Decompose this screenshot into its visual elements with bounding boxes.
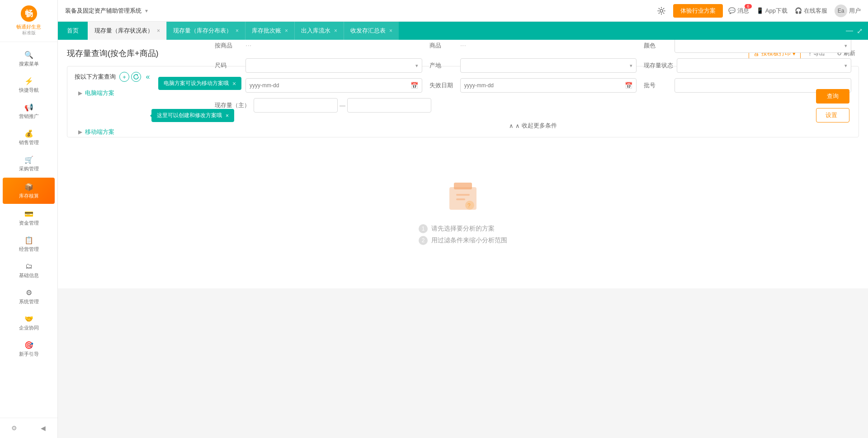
sidebar-item-guide[interactable]: 🎯 新手引导 xyxy=(0,336,57,362)
tooltip2-close-btn[interactable]: × xyxy=(226,113,229,119)
tab-close-icon[interactable]: × xyxy=(334,28,337,34)
tab-fullscreen-icon[interactable]: ⤢ xyxy=(857,27,863,35)
back-scheme-btn[interactable]: « xyxy=(143,72,153,82)
main-area: 装备及固定资产辅助管理系统 ▾ 体验行业方案 💬 消息 6 📱 App下载 🎧 … xyxy=(58,0,868,438)
svg-rect-4 xyxy=(454,183,472,189)
dropdown-arrow-icon: ▾ xyxy=(145,8,148,14)
gear-icon xyxy=(657,7,665,15)
sidebar-item-system[interactable]: ⚙ 系统管理 xyxy=(0,283,57,310)
color-select[interactable]: ▾ xyxy=(675,40,851,53)
tab-bar-actions: — ⤢ xyxy=(840,27,868,35)
sidebar-item-label: 快捷导航 xyxy=(19,87,39,94)
marketing-icon: 📢 xyxy=(24,103,33,112)
tab-stock-status-label: 现存量（库存状况表） xyxy=(94,27,153,35)
sidebar-item-purchase[interactable]: 🛒 采购管理 xyxy=(0,151,57,177)
origin-label: 产地 xyxy=(429,61,457,70)
message-btn[interactable]: 💬 消息 6 xyxy=(728,7,749,15)
warehouse-dots[interactable]: ··· xyxy=(245,42,251,50)
app-download-btn[interactable]: 📱 App下载 xyxy=(756,7,788,15)
goods-dots[interactable]: ··· xyxy=(460,42,466,50)
sidebar-item-label: 系统管理 xyxy=(19,298,39,305)
add-scheme-btn[interactable]: + xyxy=(119,72,129,82)
app-logo-icon: 畅 xyxy=(21,5,37,22)
right-action-col: 查询 设置 xyxy=(816,89,849,122)
empty-tip-1: 1 请先选择要分析的方案 xyxy=(419,224,507,233)
tab-home[interactable]: 首页 xyxy=(58,22,88,40)
header-right: 💬 消息 6 📱 App下载 🎧 在线客服 Ea 用户 xyxy=(728,5,861,17)
sidebar-item-inventory[interactable]: 📦 库存核算 xyxy=(3,178,55,204)
tab-more-icon[interactable]: — xyxy=(846,27,853,35)
tab-recv-summary[interactable]: 收发存汇总表 × xyxy=(344,22,399,40)
message-icon: 💬 xyxy=(728,7,736,14)
sidebar-item-basic-info[interactable]: 🗂 基础信息 xyxy=(0,257,57,283)
refresh-scheme-btn[interactable] xyxy=(131,72,141,82)
scheme-pc-label: 电脑端方案 xyxy=(85,89,114,97)
search-btn[interactable]: 查询 xyxy=(816,89,849,104)
tab-close-icon[interactable]: × xyxy=(285,28,288,34)
refresh-scheme-icon xyxy=(133,74,139,80)
tooltip1-close-btn[interactable]: × xyxy=(232,80,236,87)
sidebar-item-label: 搜索菜单 xyxy=(19,61,39,67)
scheme-mobile-label: 移动端方案 xyxy=(85,128,114,136)
sidebar-item-label: 营销推广 xyxy=(19,113,39,120)
tip-text-2: 用过滤条件来缩小分析范围 xyxy=(431,236,507,245)
origin-select[interactable]: ▾ xyxy=(460,58,637,73)
page-title: 现存量查询(按仓库+商品) xyxy=(67,48,159,59)
settings-button[interactable] xyxy=(655,5,668,17)
sidebar-item-label: 销售管理 xyxy=(19,139,39,146)
sidebar-item-operation[interactable]: 📋 经营管理 xyxy=(0,231,57,257)
filter-label: 按以下方案查询 xyxy=(75,73,116,81)
tab-close-icon[interactable]: × xyxy=(236,28,239,34)
tab-close-icon[interactable]: × xyxy=(157,28,160,34)
tab-close-icon[interactable]: × xyxy=(389,28,392,34)
tooltip1-text: 电脑方案可设为移动方案哦 xyxy=(164,80,229,87)
sidebar-item-search[interactable]: 🔍 搜索菜单 xyxy=(0,46,57,72)
size-dropdown-arrow-icon: ▾ xyxy=(415,63,418,69)
sidebar-logo: 畅 畅通好生意 标准版 xyxy=(0,0,57,42)
svg-rect-6 xyxy=(456,198,465,200)
tab-in-out-flow[interactable]: 出入库流水 × xyxy=(294,22,344,40)
sidebar-item-quick-nav[interactable]: ⚡ 快捷导航 xyxy=(0,72,57,98)
tab-stock-dist[interactable]: 现存量（库存分布表） × xyxy=(166,22,245,40)
filter-cell-size: 尺码 ▾ xyxy=(215,58,422,73)
trial-btn[interactable]: 体验行业方案 xyxy=(673,4,723,18)
sidebar-settings-btn[interactable]: ⚙ xyxy=(8,422,21,434)
filter-cell-color: 颜色 ▾ xyxy=(644,40,851,53)
search-icon: 🔍 xyxy=(24,50,33,59)
stock-status-select[interactable]: ▾ xyxy=(677,58,851,73)
empty-tip-2: 2 用过滤条件来缩小分析范围 xyxy=(419,236,507,245)
app-download-label: App下载 xyxy=(765,7,788,15)
sidebar-item-sales[interactable]: 💰 销售管理 xyxy=(0,124,57,151)
app-name: 畅通好生意 xyxy=(16,24,41,30)
warehouse-label: 按商品 xyxy=(215,42,242,50)
online-support-btn[interactable]: 🎧 在线客服 xyxy=(795,7,827,15)
sidebar-item-marketing[interactable]: 📢 营销推广 xyxy=(0,98,57,124)
tab-bar: 首页 现存量（库存状况表） × 现存量（库存分布表） × 库存批次账 × 出入库… xyxy=(58,22,868,40)
user-avatar-btn[interactable]: Ea 用户 xyxy=(835,5,861,17)
scheme-header-mobile[interactable]: ▶ 移动端方案 xyxy=(78,126,851,138)
user-avatar: Ea xyxy=(835,5,847,17)
sidebar-collapse-btn[interactable]: ◀ xyxy=(37,422,49,434)
sidebar-item-finance[interactable]: 💳 资金管理 xyxy=(0,205,57,231)
sidebar-menu: 🔍 搜索菜单 ⚡ 快捷导航 📢 营销推广 💰 销售管理 🛒 采购管理 📦 库存核… xyxy=(0,42,57,418)
page-inner: 现存量查询(按仓库+商品) 🖨 按模板打印 ▾ ↑ 导出 ↻ 刷新 xyxy=(58,40,868,288)
svg-rect-5 xyxy=(456,194,470,196)
tab-stock-dist-label: 现存量（库存分布表） xyxy=(173,27,232,35)
sidebar-item-label: 基础信息 xyxy=(19,272,39,279)
tab-stock-status[interactable]: 现存量（库存状况表） × xyxy=(88,22,166,40)
tip-text-1: 请先选择要分析的方案 xyxy=(431,225,495,233)
scheme-tooltip-1: 电脑方案可设为移动方案哦 × xyxy=(158,77,241,90)
online-support-label: 在线客服 xyxy=(804,7,827,15)
color-label: 颜色 xyxy=(644,42,671,50)
sidebar-item-label: 新手引导 xyxy=(19,351,39,358)
tab-in-out-flow-label: 出入库流水 xyxy=(301,27,330,35)
sidebar-item-enterprise[interactable]: 🤝 企业协同 xyxy=(0,310,57,336)
set-btn[interactable]: 设置 xyxy=(816,108,849,122)
basic-info-icon: 🗂 xyxy=(24,262,33,271)
filter-cell-warehouse: 按商品 ··· xyxy=(215,42,422,50)
tab-batch-ledger[interactable]: 库存批次账 × xyxy=(245,22,294,40)
sidebar-item-label: 经营管理 xyxy=(19,246,39,253)
color-dropdown-arrow-icon: ▾ xyxy=(844,43,847,49)
app-edition: 标准版 xyxy=(22,30,36,36)
size-select[interactable]: ▾ xyxy=(245,58,422,73)
